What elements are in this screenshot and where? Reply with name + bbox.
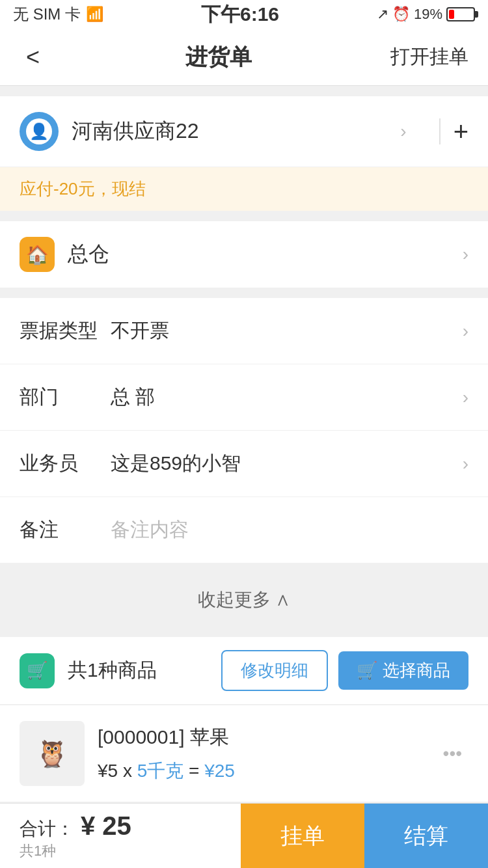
product-qty: 5千克 xyxy=(137,761,184,781)
footer: 合计： ¥ 25 共1种 挂单 结算 xyxy=(0,803,488,868)
footer-count: 共1种 xyxy=(20,841,221,861)
warehouse-icon: 🏠 xyxy=(20,237,55,272)
supplier-avatar: 👤 xyxy=(20,112,59,151)
product-price: ¥5 x 5千克 = ¥25 xyxy=(98,759,437,783)
department-row[interactable]: 部门 总 部 › xyxy=(0,364,488,431)
remark-label: 备注 xyxy=(20,517,111,543)
products-count: 共1种商品 xyxy=(68,657,221,684)
products-section: 🛒 共1种商品 修改明细 🛒 选择商品 🦉 [0000001] 苹果 ¥5 x … xyxy=(0,637,488,802)
salesperson-row[interactable]: 业务员 这是859的小智 › xyxy=(0,431,488,497)
product-id: [0000001] xyxy=(98,726,184,748)
collapse-button[interactable]: 收起更多 ∧ xyxy=(0,573,488,627)
product-name: [0000001] 苹果 xyxy=(98,724,437,751)
invoice-type-chevron-icon: › xyxy=(463,321,468,342)
edit-detail-button[interactable]: 修改明细 xyxy=(221,650,328,691)
cart-icon: 🛒 xyxy=(357,660,377,681)
invoice-type-label: 票据类型 xyxy=(20,318,111,344)
remark-row[interactable]: 备注 备注内容 xyxy=(0,497,488,563)
checkout-label: 结算 xyxy=(404,821,448,851)
supplier-card: 👤 河南供应商22 › + 应付-20元，现结 xyxy=(0,96,488,211)
product-more-button[interactable]: ••• xyxy=(437,737,468,770)
supplier-name: 河南供应商22 xyxy=(72,117,400,146)
total-amount: ¥ 25 xyxy=(81,811,131,841)
supplier-avatar-icon: 👤 xyxy=(26,118,52,144)
carrier-text: 无 SIM 卡 xyxy=(13,4,81,25)
select-product-button[interactable]: 🛒 选择商品 xyxy=(338,651,468,690)
battery-percent: 19% xyxy=(414,6,442,23)
nav-bar: < 进货单 打开挂单 xyxy=(0,29,488,86)
wifi-icon: 📶 xyxy=(86,6,103,23)
supplier-chevron-icon: › xyxy=(400,121,406,142)
salesperson-value: 这是859的小智 xyxy=(111,450,463,477)
salesperson-label: 业务员 xyxy=(20,450,111,477)
battery-fill xyxy=(449,10,454,19)
product-equals: = xyxy=(183,761,204,781)
page-title: 进货单 xyxy=(185,42,252,72)
battery-icon xyxy=(446,7,475,21)
footer-total: 合计： ¥ 25 共1种 xyxy=(0,811,241,861)
status-time: 下午6:16 xyxy=(201,1,279,28)
product-multiply: x xyxy=(118,761,137,781)
warehouse-row[interactable]: 🏠 总仓 › xyxy=(0,221,488,288)
hold-label: 挂单 xyxy=(280,821,325,851)
product-unit-price: ¥5 xyxy=(98,761,118,781)
hold-button[interactable]: 挂单 xyxy=(241,804,364,868)
invoice-type-value: 不开票 xyxy=(111,318,463,344)
total-label: 合计： xyxy=(20,817,74,841)
department-chevron-icon: › xyxy=(463,387,468,408)
department-value: 总 部 xyxy=(111,384,463,411)
alert-banner: 应付-20元，现结 xyxy=(0,167,488,211)
back-button[interactable]: < xyxy=(20,37,46,77)
product-info: [0000001] 苹果 ¥5 x 5千克 = ¥25 xyxy=(98,724,437,783)
salesperson-chevron-icon: › xyxy=(463,454,468,474)
select-product-label: 选择商品 xyxy=(383,659,450,682)
add-button[interactable]: + xyxy=(454,117,468,146)
invoice-type-row[interactable]: 票据类型 不开票 › xyxy=(0,298,488,364)
alarm-icon: ⏰ xyxy=(392,6,410,23)
status-bar: 无 SIM 卡 📶 下午6:16 ↗ ⏰ 19% xyxy=(0,0,488,29)
checkout-button[interactable]: 结算 xyxy=(364,804,488,868)
collapse-label: 收起更多 ∧ xyxy=(198,588,291,612)
warehouse-card: 🏠 总仓 › xyxy=(0,221,488,288)
product-title: 苹果 xyxy=(190,726,229,748)
department-label: 部门 xyxy=(20,384,111,411)
product-thumbnail: 🦉 xyxy=(20,721,85,786)
warehouse-name: 总仓 xyxy=(68,240,463,269)
product-logo-icon: 🦉 xyxy=(36,739,68,769)
status-right: ↗ ⏰ 19% xyxy=(377,6,475,23)
supplier-divider xyxy=(439,118,441,144)
content: 👤 河南供应商22 › + 应付-20元，现结 🏠 总仓 › 票据类型 不开票 … xyxy=(0,96,488,868)
products-icon: 🛒 xyxy=(20,653,55,688)
form-card: 票据类型 不开票 › 部门 总 部 › 业务员 这是859的小智 › 备注 备注… xyxy=(0,298,488,563)
status-left: 无 SIM 卡 📶 xyxy=(13,4,103,25)
supplier-row[interactable]: 👤 河南供应商22 › + xyxy=(0,96,488,167)
location-icon: ↗ xyxy=(377,6,388,23)
products-header: 🛒 共1种商品 修改明细 🛒 选择商品 xyxy=(0,637,488,705)
open-hold-button[interactable]: 打开挂单 xyxy=(390,44,468,70)
product-item: 🦉 [0000001] 苹果 ¥5 x 5千克 = ¥25 ••• xyxy=(0,705,488,802)
product-total: ¥25 xyxy=(204,761,235,781)
warehouse-chevron-icon: › xyxy=(463,244,468,265)
footer-total-row: 合计： ¥ 25 xyxy=(20,811,221,841)
remark-value[interactable]: 备注内容 xyxy=(111,517,468,543)
